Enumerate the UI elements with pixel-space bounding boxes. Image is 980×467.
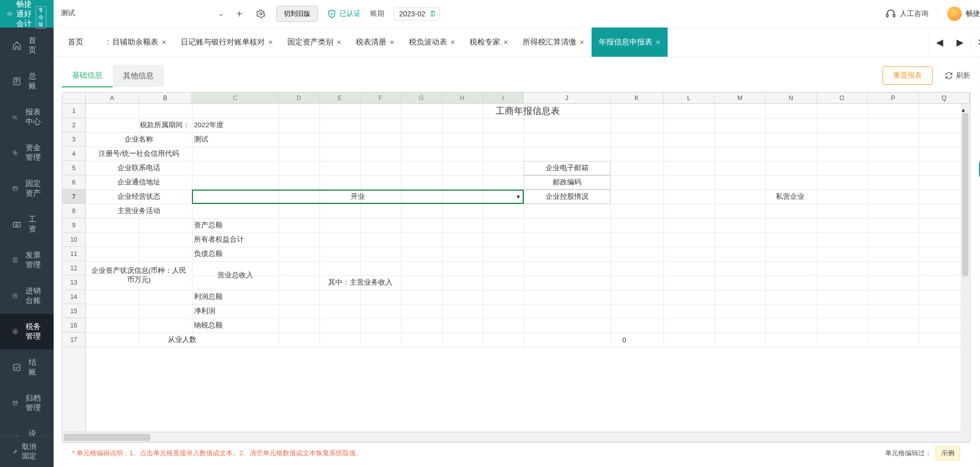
nav-item-7[interactable]: 进销台账: [0, 278, 54, 314]
row-header-16[interactable]: 16: [62, 318, 85, 333]
row-header-17[interactable]: 17: [62, 333, 85, 347]
row-header-14[interactable]: 14: [62, 290, 85, 304]
row-header-8[interactable]: 8: [62, 204, 85, 218]
tab-close-icon[interactable]: ✕: [579, 39, 584, 46]
col-header-D[interactable]: D: [279, 92, 320, 103]
nav-item-0[interactable]: 首页: [0, 28, 54, 63]
tab-2[interactable]: 固定资产类别✕: [280, 28, 349, 57]
tab-close-icon[interactable]: ✕: [389, 39, 395, 46]
row-header-6[interactable]: 6: [62, 175, 85, 190]
svg-rect-11: [13, 403, 17, 405]
col-header-A[interactable]: A: [86, 92, 139, 103]
tab-close-icon[interactable]: ✕: [655, 39, 660, 46]
tab-controls: ◀ ▶ ✕ ⛶: [929, 28, 980, 57]
column-headers: ABCDEFGHIJKLMNOPQ: [62, 92, 970, 104]
row-header-10[interactable]: 10: [62, 232, 85, 247]
nav-item-4[interactable]: 固定资产: [0, 171, 54, 206]
tab-close-icon[interactable]: ✕: [336, 39, 341, 46]
col-header-C[interactable]: C: [192, 92, 279, 103]
block-label: 企业资产状况信息(币种：人民币万元): [88, 218, 190, 333]
select-all-corner[interactable]: [62, 92, 86, 103]
nav-item-2[interactable]: 报表中心: [0, 99, 54, 135]
row-header-12[interactable]: 12: [62, 261, 85, 275]
tabs-prev-button[interactable]: ◀: [929, 37, 950, 48]
spreadsheet[interactable]: ABCDEFGHIJKLMNOPQ 1234567891011121314151…: [62, 92, 970, 442]
nav-item-1[interactable]: 总账: [0, 63, 54, 99]
dropdown-caret-icon[interactable]: ▼: [516, 194, 521, 200]
row-header-11[interactable]: 11: [62, 247, 85, 261]
add-button[interactable]: [233, 8, 246, 20]
col-header-G[interactable]: G: [401, 92, 442, 103]
r14: 利润总额: [194, 290, 317, 304]
home-icon: [12, 40, 21, 51]
user-menu[interactable]: 畅捷通B组...: [947, 7, 980, 21]
vertical-scrollbar[interactable]: ▴: [961, 104, 970, 442]
col-header-M[interactable]: M: [715, 92, 766, 103]
subtab-other[interactable]: 其他信息: [113, 65, 164, 87]
row-header-7[interactable]: 7: [62, 190, 85, 204]
switch-old-button[interactable]: 切到旧版: [276, 6, 318, 22]
col-header-F[interactable]: F: [360, 92, 401, 103]
col-header-L[interactable]: L: [664, 92, 715, 103]
row-header-1[interactable]: 1: [62, 104, 85, 118]
tab-close-icon[interactable]: ✕: [161, 39, 166, 46]
period-picker[interactable]: 2023-02 🗓: [394, 7, 440, 20]
tab-4[interactable]: 税负波动表✕: [402, 28, 462, 57]
r10: 所有者权益合计: [194, 232, 317, 247]
row-header-15[interactable]: 15: [62, 304, 85, 318]
svg-rect-7: [13, 294, 17, 298]
selection-box[interactable]: [192, 190, 524, 204]
period-value-cell: 2022年度: [194, 118, 317, 132]
nav-item-6[interactable]: 发票管理: [0, 242, 54, 278]
nav-item-5[interactable]: 工资: [0, 206, 54, 242]
r17-value: 0: [281, 333, 968, 347]
tab-close-icon[interactable]: ✕: [268, 39, 273, 46]
row-header-4[interactable]: 4: [62, 147, 85, 161]
col-header-B[interactable]: B: [139, 92, 192, 103]
nav-item-11[interactable]: 设置: [0, 421, 54, 436]
tabs-close-button[interactable]: ✕: [971, 37, 980, 48]
tab-1[interactable]: 日记账与银行对账单核对✕: [174, 28, 280, 57]
row-header-13[interactable]: 13: [62, 275, 85, 290]
company-selector[interactable]: 测试 ⌄: [61, 6, 224, 21]
tab-close-icon[interactable]: ✕: [450, 39, 455, 46]
tab-home[interactable]: 首页: [54, 28, 97, 57]
tabs-next-button[interactable]: ▶: [950, 37, 970, 48]
nav-item-10[interactable]: 归档管理: [0, 385, 54, 421]
col-header-Q[interactable]: Q: [919, 92, 970, 103]
tab-close-icon[interactable]: ✕: [503, 39, 508, 46]
row-header-3[interactable]: 3: [62, 132, 85, 147]
nav-item-9[interactable]: 结账: [0, 349, 54, 385]
col-header-E[interactable]: E: [320, 92, 360, 103]
reset-button[interactable]: 重置报表: [883, 66, 933, 85]
col-header-I[interactable]: I: [483, 92, 524, 103]
col-header-P[interactable]: P: [868, 92, 919, 103]
tab-5[interactable]: 税检专家✕: [462, 28, 516, 57]
nav-item-8[interactable]: 税务管理: [0, 314, 54, 349]
col-header-O[interactable]: O: [817, 92, 868, 103]
svg-rect-4: [13, 222, 20, 227]
cells[interactable]: 工商年报信息表税款所属期间：2022年度企业名称测试注册号/统一社会信用代码企业…: [86, 104, 970, 347]
nav-item-3[interactable]: 资金管理: [0, 135, 54, 171]
col-header-J[interactable]: J: [524, 92, 610, 103]
refresh-button[interactable]: 刷新: [945, 71, 970, 80]
refresh-icon: [945, 72, 953, 80]
row-header-5[interactable]: 5: [62, 161, 85, 175]
tab-3[interactable]: 税表清册✕: [349, 28, 402, 57]
subtab-basic[interactable]: 基础信息: [62, 64, 113, 87]
pin-toggle[interactable]: 取消固定: [0, 436, 54, 467]
row-header-9[interactable]: 9: [62, 218, 85, 232]
row-header-2[interactable]: 2: [62, 118, 85, 132]
tab-0[interactable]: ﹕目辅助余额表✕: [97, 28, 174, 57]
invoice-icon: [12, 254, 18, 266]
settings-button[interactable]: [255, 8, 267, 20]
r17-label: 从业人数: [88, 333, 277, 347]
col-header-K[interactable]: K: [610, 92, 664, 103]
support-button[interactable]: 人工咨询: [886, 9, 928, 19]
col-header-N[interactable]: N: [766, 92, 817, 103]
tab-7[interactable]: 年报信息申报表✕: [592, 28, 668, 57]
horizontal-scrollbar[interactable]: [62, 432, 970, 442]
col-header-H[interactable]: H: [442, 92, 483, 103]
topbar: 测试 ⌄ 切到旧版 已认证 账期 2023-02 🗓 人工咨询: [54, 0, 980, 28]
tab-6[interactable]: 所得税汇算清缴✕: [516, 28, 592, 57]
